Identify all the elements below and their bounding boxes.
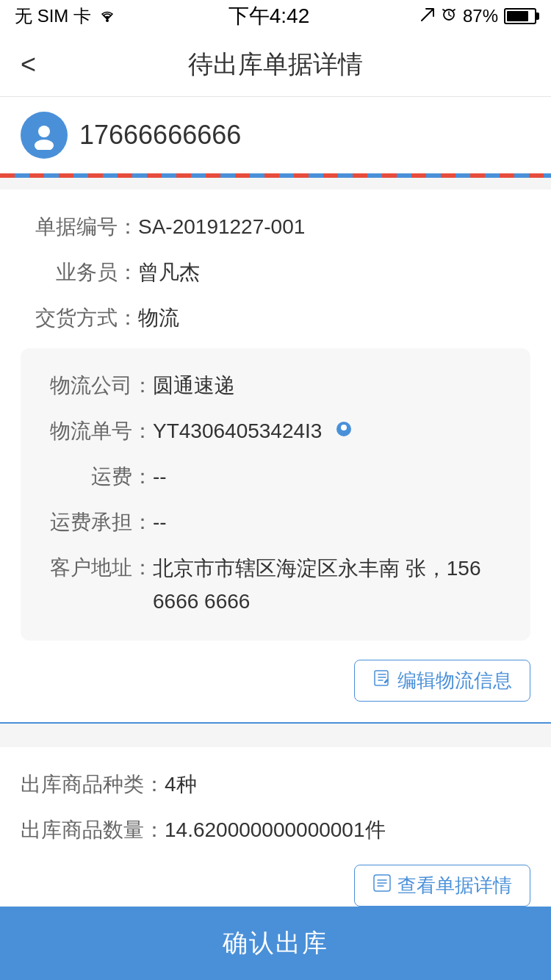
section-gap [0,724,551,735]
outbound-quantity-value: 14.620000000000001件 [165,815,530,846]
order-no-row: 单据编号： SA-20191227-001 [21,204,530,250]
alarm-icon [441,6,457,26]
outbound-types-row: 出库商品种类： 4种 [21,762,530,807]
order-no-label: 单据编号： [21,212,138,242]
salesperson-label: 业务员： [21,257,138,288]
view-btn-area: 查看单据详情 [21,853,530,912]
battery-text: 87% [463,6,498,26]
address-label: 客户地址： [35,552,153,583]
view-detail-button[interactable]: 查看单据详情 [354,865,530,907]
delivery-row: 交货方式： 物流 [21,295,530,341]
tracking-no-value: YT43064053424I3 [153,416,322,447]
freight-bearer-value: -- [153,507,516,538]
freight-value: -- [153,461,516,492]
svg-rect-8 [375,671,388,685]
dashed-divider [0,173,551,178]
salesperson-row: 业务员： 曾凡杰 [21,250,530,295]
outbound-types-label: 出库商品种类： [21,769,165,800]
status-right: 87% [420,6,536,26]
edit-btn-area: 编辑物流信息 [21,648,530,707]
logistics-company-label: 物流公司： [35,370,153,401]
svg-point-3 [35,140,54,150]
freight-bearer-row: 运费承担： -- [35,500,516,545]
delivery-label: 交货方式： [21,303,138,334]
confirm-area: 确认出库 [0,907,551,980]
freight-bearer-label: 运费承担： [35,507,153,538]
salesperson-value: 曾凡杰 [138,257,530,288]
svg-point-2 [38,126,50,137]
delivery-value: 物流 [138,303,530,334]
status-bar: 无 SIM 卡 下午4:42 [0,0,551,32]
outbound-section: 出库商品种类： 4种 出库商品数量： 14.620000000000001件 查… [0,747,551,927]
order-no-value: SA-20191227-001 [138,212,530,242]
customer-header: 17666666666 [0,97,551,173]
address-row: 客户地址： 北京市市辖区海淀区永丰南 张，156 6666 6666 [35,545,516,626]
logistics-box: 物流公司： 圆通速递 物流单号： YT43064053424I3 [21,348,530,641]
tracking-row: 物流单号： YT43064053424I3 [35,408,516,454]
logistics-company-row: 物流公司： 圆通速递 [35,363,516,408]
nav-bar: < 待出库单据详情 [0,32,551,97]
status-time: 下午4:42 [228,2,310,30]
svg-point-0 [106,19,109,22]
view-detail-label: 查看单据详情 [397,873,512,898]
freight-label: 运费： [35,461,153,492]
battery-icon [504,8,536,24]
location-icon [420,6,435,26]
confirm-outbound-button[interactable]: 确认出库 [223,926,328,960]
avatar [21,112,68,159]
edit-icon [372,669,392,693]
basic-info-section: 单据编号： SA-20191227-001 业务员： 曾凡杰 交货方式： 物流 … [0,190,551,722]
outbound-types-value: 4种 [165,769,530,800]
wifi-icon [97,6,118,26]
logistics-company-value: 圆通速递 [153,370,516,401]
back-button[interactable]: < [21,49,36,80]
customer-phone: 17666666666 [79,120,241,151]
page-title: 待出库单据详情 [188,48,363,82]
tracking-label: 物流单号： [35,416,153,447]
outbound-quantity-row: 出库商品数量： 14.620000000000001件 [21,807,530,853]
list-icon [372,873,392,898]
status-left: 无 SIM 卡 [15,4,118,28]
svg-point-7 [341,425,347,430]
carrier-text: 无 SIM 卡 [15,4,91,28]
edit-logistics-button[interactable]: 编辑物流信息 [354,660,530,702]
address-value: 北京市市辖区海淀区永丰南 张，156 6666 6666 [153,552,516,619]
outbound-quantity-label: 出库商品数量： [21,815,165,846]
edit-logistics-label: 编辑物流信息 [397,668,512,693]
freight-row: 运费： -- [35,454,516,500]
location-pin-icon[interactable] [331,418,357,444]
